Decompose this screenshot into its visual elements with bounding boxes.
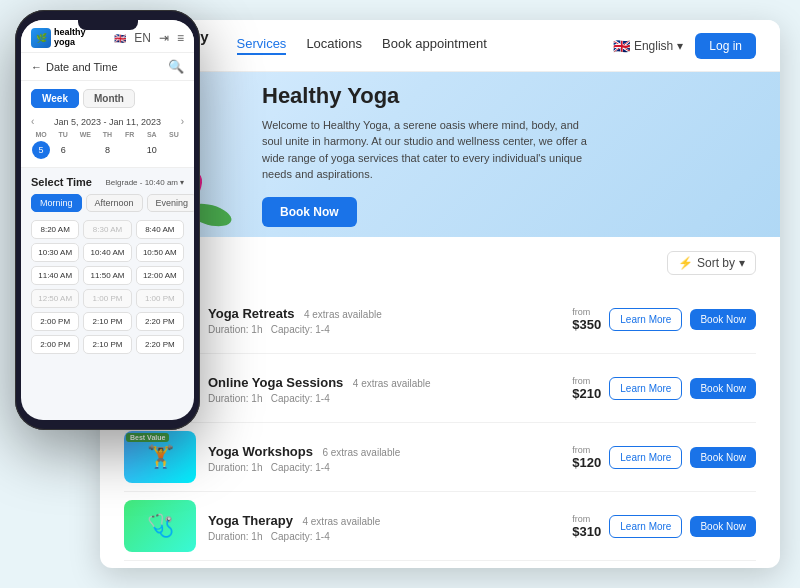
book-now-button[interactable]: Book Now xyxy=(690,447,756,468)
calendar-day-label: MO xyxy=(31,131,51,138)
timezone-selector[interactable]: Belgrade - 10:40 am ▾ xyxy=(106,178,185,187)
service-actions: from $120 Learn More Book Now xyxy=(572,445,756,470)
mobile-phone: 🌿 healthy yoga 🇬🇧 EN ⇥ ≡ ← Date a xyxy=(15,10,200,430)
time-slot[interactable]: 8:20 AM xyxy=(31,220,79,239)
learn-more-button[interactable]: Learn More xyxy=(609,446,682,469)
service-thumbnail: Best Value 🏋️ xyxy=(124,431,196,483)
nav-link-locations[interactable]: Locations xyxy=(306,36,362,55)
phone-frame: 🌿 healthy yoga 🇬🇧 EN ⇥ ≡ ← Date a xyxy=(15,10,200,430)
date-time-section: Week Month ‹ Jan 5, 2023 - Jan 11, 2023 … xyxy=(21,81,194,168)
phone-logo-icon: 🌿 xyxy=(31,28,51,48)
sort-button[interactable]: ⚡ Sort by ▾ xyxy=(667,251,756,275)
search-icon[interactable]: 🔍 xyxy=(168,59,184,74)
service-meta: Duration: 1h Capacity: 1-4 xyxy=(208,462,560,473)
service-info: Yoga Therapy 4 extras available Duration… xyxy=(208,511,560,542)
calendar-day-label: TH xyxy=(97,131,117,138)
service-name-row: Yoga Retreats 4 extras available xyxy=(208,304,560,322)
learn-more-button[interactable]: Learn More xyxy=(609,308,682,331)
time-slot: 1:00 PM xyxy=(83,289,131,308)
calendar-day-label: SU xyxy=(164,131,184,138)
phone-menu-icon[interactable]: ≡ xyxy=(177,31,184,45)
week-month-tabs: Week Month xyxy=(31,89,184,108)
service-info: Yoga Workshops 6 extras available Durati… xyxy=(208,442,560,473)
book-now-button[interactable]: Book Now xyxy=(690,378,756,399)
prev-week-button[interactable]: ‹ xyxy=(31,116,34,127)
chevron-down-icon: ▾ xyxy=(180,178,184,187)
phone-screen: 🌿 healthy yoga 🇬🇧 EN ⇥ ≡ ← Date a xyxy=(21,20,194,420)
phone-logo: 🌿 healthy yoga xyxy=(31,28,86,48)
time-period-tab[interactable]: Afternoon xyxy=(86,194,143,212)
time-period-tab[interactable]: Morning xyxy=(31,194,82,212)
service-thumb-image: 🩺 xyxy=(124,500,196,552)
calendar-day[interactable]: 10 xyxy=(143,141,161,159)
service-price: from $350 xyxy=(572,307,601,332)
back-arrow-icon: ← xyxy=(31,61,42,73)
phone-lang-label[interactable]: EN xyxy=(134,31,151,45)
book-now-button[interactable]: Book Now xyxy=(690,309,756,330)
service-actions: from $210 Learn More Book Now xyxy=(572,376,756,401)
time-slot[interactable]: 10:40 AM xyxy=(83,243,131,262)
time-slot[interactable]: 2:20 PM xyxy=(136,335,184,354)
login-button[interactable]: Log in xyxy=(695,33,756,59)
back-button[interactable]: ← Date and Time xyxy=(31,61,118,73)
time-slot[interactable]: 12:00 AM xyxy=(136,266,184,285)
service-name: Yoga Therapy xyxy=(208,513,293,528)
service-name-row: Yoga Therapy 4 extras available xyxy=(208,511,560,529)
select-time-header: Select Time Belgrade - 10:40 am ▾ xyxy=(31,176,184,188)
time-slot[interactable]: 10:50 AM xyxy=(136,243,184,262)
select-time-section: Select Time Belgrade - 10:40 am ▾ Mornin… xyxy=(21,168,194,362)
time-slot[interactable]: 10:30 AM xyxy=(31,243,79,262)
learn-more-button[interactable]: Learn More xyxy=(609,377,682,400)
service-name: Online Yoga Sessions xyxy=(208,375,343,390)
language-selector[interactable]: 🇬🇧 English ▾ xyxy=(613,38,683,54)
services-list: Best Value 🧘 Yoga Retreats 4 extras avai… xyxy=(124,285,756,568)
time-slot[interactable]: 2:00 PM xyxy=(31,312,79,331)
service-meta: Duration: 1h Capacity: 1-4 xyxy=(208,531,560,542)
filter-icon: ⚡ xyxy=(678,256,693,270)
time-period-tabs: MorningAfternoonEvening xyxy=(31,194,184,212)
service-extras: 6 extras available xyxy=(322,447,400,458)
time-slot: 1:00 PM xyxy=(136,289,184,308)
hero-book-now-button[interactable]: Book Now xyxy=(262,197,357,227)
calendar-day-label: SA xyxy=(142,131,162,138)
hero-description: Welcome to Healthy Yoga, a serene oasis … xyxy=(262,117,602,183)
results-header: 14 Results ⚡ Sort by ▾ xyxy=(124,251,756,275)
site-nav: 🌿 healthy yoga Services Locations Book a… xyxy=(100,20,780,72)
time-slot[interactable]: 2:10 PM xyxy=(83,335,131,354)
phone-notch xyxy=(78,20,138,30)
service-name: Yoga Retreats xyxy=(208,306,294,321)
time-slot[interactable]: 2:00 PM xyxy=(31,335,79,354)
month-tab[interactable]: Month xyxy=(83,89,135,108)
calendar-day xyxy=(121,141,139,159)
nav-link-services[interactable]: Services xyxy=(237,36,287,55)
time-period-tab[interactable]: Evening xyxy=(147,194,194,212)
calendar-day xyxy=(165,141,183,159)
time-slot[interactable]: 8:40 AM xyxy=(136,220,184,239)
best-value-badge: Best Value xyxy=(126,433,169,442)
time-slot[interactable]: 2:10 PM xyxy=(83,312,131,331)
service-price: from $310 xyxy=(572,514,601,539)
calendar-day[interactable]: 8 xyxy=(98,141,116,159)
phone-login-icon[interactable]: ⇥ xyxy=(159,31,169,45)
service-row: Best Value 🧘 Yoga Retreats 4 extras avai… xyxy=(124,285,756,354)
time-slots-grid: 8:20 AM8:30 AM8:40 AM10:30 AM10:40 AM10:… xyxy=(31,220,184,354)
time-slot[interactable]: 11:40 AM xyxy=(31,266,79,285)
service-info: Online Yoga Sessions 4 extras available … xyxy=(208,373,560,404)
calendar-day-label: FR xyxy=(120,131,140,138)
hero-content: Healthy Yoga Welcome to Healthy Yoga, a … xyxy=(262,83,602,227)
time-slot[interactable]: 11:50 AM xyxy=(83,266,131,285)
nav-link-book[interactable]: Book appointment xyxy=(382,36,487,55)
week-tab[interactable]: Week xyxy=(31,89,79,108)
book-now-button[interactable]: Book Now xyxy=(690,516,756,537)
service-extras: 4 extras available xyxy=(302,516,380,527)
calendar-day[interactable]: 6 xyxy=(54,141,72,159)
phone-logo-text: healthy yoga xyxy=(54,28,86,48)
next-week-button[interactable]: › xyxy=(181,116,184,127)
calendar-day-label: WE xyxy=(75,131,95,138)
calendar-day[interactable]: 5 xyxy=(32,141,50,159)
service-row: 💻 Online Yoga Sessions 4 extras availabl… xyxy=(124,354,756,423)
hero-title: Healthy Yoga xyxy=(262,83,602,109)
desktop-site: 🌿 healthy yoga Services Locations Book a… xyxy=(100,20,780,568)
learn-more-button[interactable]: Learn More xyxy=(609,515,682,538)
time-slot[interactable]: 2:20 PM xyxy=(136,312,184,331)
